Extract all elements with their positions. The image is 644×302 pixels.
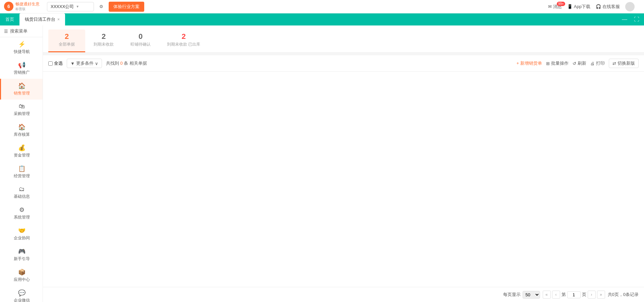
filter-button[interactable]: ▼ 更多条件 ∨ (67, 59, 102, 68)
last-page-button[interactable]: » (597, 291, 605, 299)
app-center-icon: 📦 (18, 268, 25, 276)
main-layout: ☰ 搜索菜单 ⚡ 快捷导航 📢 营销推广 🏠 销售管理 🛍 采购管理 🏠 库存核… (0, 25, 644, 302)
logo-area: 6 畅捷通好生意 标普版 (4, 2, 47, 11)
purchase-label: 采购管理 (14, 111, 30, 117)
inventory-label: 库存核算 (14, 132, 30, 137)
select-all-checkbox[interactable]: 全选 (48, 60, 63, 66)
operations-label: 经营管理 (14, 173, 30, 179)
operations-icon: 📋 (18, 165, 25, 172)
tab-home[interactable]: 首页 (0, 13, 19, 25)
gear-button[interactable]: ⚙ (97, 2, 106, 11)
message-icon: ✉ (548, 4, 552, 9)
per-page-selector: 每页显示 50 100 200 (503, 291, 540, 299)
search-menu[interactable]: ☰ 搜索菜单 (0, 25, 43, 37)
print-button[interactable]: 🖨 打印 (590, 60, 605, 66)
filter-icon: ▼ (70, 61, 75, 66)
next-page-button[interactable]: › (588, 291, 596, 299)
sidebar-item-finance[interactable]: 💰 资金管理 (0, 141, 43, 162)
enterprise-label: 企业协同 (14, 235, 30, 241)
sidebar-item-marketing[interactable]: 📢 营销推广 (0, 58, 43, 79)
logo-line2: 标普版 (15, 7, 40, 11)
sidebar-item-wechat[interactable]: 💬 企业微信 (0, 286, 43, 302)
logo-icon: 6 (4, 2, 13, 11)
toolbar: 全选 ▼ 更多条件 ∨ 共找到 0 条 相关单据 + 新增销货单 ⊞ 批量操作 (43, 55, 644, 72)
sidebar-item-inventory[interactable]: 🏠 库存核算 (0, 120, 43, 141)
prev-page-button[interactable]: ‹ (552, 291, 560, 299)
stat-tab-all[interactable]: 2 全部单据 (48, 29, 85, 52)
chevron-down-icon: ▼ (76, 5, 79, 8)
nav-minimize-button[interactable]: — (620, 15, 629, 24)
sidebar-item-sales[interactable]: 🏠 销售管理 (0, 79, 43, 100)
sidebar-item-app-center[interactable]: 📦 应用中心 (0, 265, 43, 286)
stat-label-overdue: 到期未收款 (94, 42, 114, 47)
table-area (43, 72, 644, 287)
total-records: 共0页，0条记录 (608, 292, 639, 298)
switch-icon: ⇄ (612, 61, 616, 66)
stat-tab-overdue[interactable]: 2 到期未收款 (85, 29, 122, 52)
wechat-label: 企业微信 (14, 298, 30, 302)
per-page-select[interactable]: 50 100 200 (523, 291, 540, 299)
refresh-button[interactable]: ↺ 刷新 (573, 60, 586, 66)
page-nav: « ‹ 第 页 › » (543, 291, 605, 299)
finance-icon: 💰 (18, 144, 25, 152)
quick-nav-icon: ⚡ (18, 41, 25, 48)
stat-number-overdue: 2 (102, 32, 106, 41)
message-button[interactable]: ✉ 消息 99+ (548, 4, 562, 10)
avatar[interactable] (625, 2, 635, 11)
stat-number-wangpu: 0 (139, 32, 143, 41)
tab-active[interactable]: 钱货日清工作台 × (19, 13, 65, 25)
logo-line1: 畅捷通好生意 (15, 2, 40, 6)
content-area: 2 全部单据 2 到期未收款 0 旺铺待确认 2 到期未收款 已出库 全选 ▼ … (43, 25, 644, 302)
select-all-input[interactable] (48, 61, 53, 66)
sidebar-item-purchase[interactable]: 🛍 采购管理 (0, 100, 43, 120)
newbie-label: 新手引导 (14, 256, 30, 262)
found-count: 0 (120, 61, 123, 66)
enterprise-icon: 🤝 (18, 227, 25, 234)
chevron-icon: ∨ (95, 61, 98, 66)
system-label: 系统管理 (14, 215, 30, 220)
sidebar-item-operations[interactable]: 📋 经营管理 (0, 162, 43, 182)
finance-label: 资金管理 (14, 153, 30, 158)
company-selector[interactable]: XXXXX公司 ▼ (47, 2, 94, 11)
first-page-button[interactable]: « (543, 291, 551, 299)
sidebar: ☰ 搜索菜单 ⚡ 快捷导航 📢 营销推广 🏠 销售管理 🛍 采购管理 🏠 库存核… (0, 25, 43, 302)
download-icon: 📱 (567, 4, 573, 9)
wechat-icon: 💬 (18, 289, 25, 297)
search-icon: ☰ (4, 29, 8, 34)
quick-nav-label: 快捷导航 (14, 49, 30, 55)
refresh-icon: ↺ (573, 61, 576, 66)
nav-tabs: 首页 钱货日清工作台 × — ⛶ (0, 13, 644, 25)
switch-version-button[interactable]: ⇄ 切换新版 (609, 59, 639, 68)
company-name: XXXXX公司 (51, 4, 74, 10)
stat-label-all: 全部单据 (59, 42, 75, 47)
add-sales-order-button[interactable]: + 新增销货单 (517, 60, 542, 66)
stats-tabs: 2 全部单据 2 到期未收款 0 旺铺待确认 2 到期未收款 已出库 (43, 25, 644, 53)
base-info-icon: 🗂 (19, 186, 25, 193)
purchase-icon: 🛍 (19, 103, 25, 110)
stat-tab-overdue-out[interactable]: 2 到期未收款 已出库 (159, 29, 208, 52)
top-header: 6 畅捷通好生意 标普版 XXXXX公司 ▼ ⚙ 体验行业方案 ✉ 消息 99+… (0, 0, 644, 13)
stat-number-all: 2 (65, 32, 69, 41)
sidebar-item-base-info[interactable]: 🗂 基础信息 (0, 182, 43, 203)
online-service-button[interactable]: 🎧 在线客服 (596, 4, 620, 10)
tab-close-icon[interactable]: × (57, 17, 60, 22)
app-download-button[interactable]: 📱 App下载 (567, 4, 590, 10)
sales-icon: 🏠 (18, 82, 25, 89)
stat-tab-wangpu[interactable]: 0 旺铺待确认 (122, 29, 159, 52)
stat-label-overdue-out: 到期未收款 已出库 (167, 42, 200, 47)
page-input[interactable] (567, 291, 581, 298)
experience-button[interactable]: 体验行业方案 (109, 2, 144, 12)
pagination-bar: 每页显示 50 100 200 « ‹ 第 页 › » 共0页，0条记录 (43, 287, 644, 302)
sidebar-item-enterprise[interactable]: 🤝 企业协同 (0, 224, 43, 244)
print-icon: 🖨 (590, 61, 595, 66)
nav-maximize-button[interactable]: ⛶ (632, 15, 641, 24)
sidebar-item-quick-nav[interactable]: ⚡ 快捷导航 (0, 37, 43, 58)
stat-number-overdue-out: 2 (182, 32, 186, 41)
base-info-label: 基础信息 (14, 194, 30, 199)
header-right: ✉ 消息 99+ 📱 App下载 🎧 在线客服 (548, 2, 640, 11)
marketing-label: 营销推广 (14, 70, 30, 75)
found-text: 共找到 0 条 相关单据 (106, 60, 147, 66)
bulk-operation-button[interactable]: ⊞ 批量操作 (546, 60, 569, 66)
sidebar-item-system[interactable]: ⚙ 系统管理 (0, 203, 43, 224)
sidebar-item-newbie[interactable]: 🎮 新手引导 (0, 244, 43, 265)
